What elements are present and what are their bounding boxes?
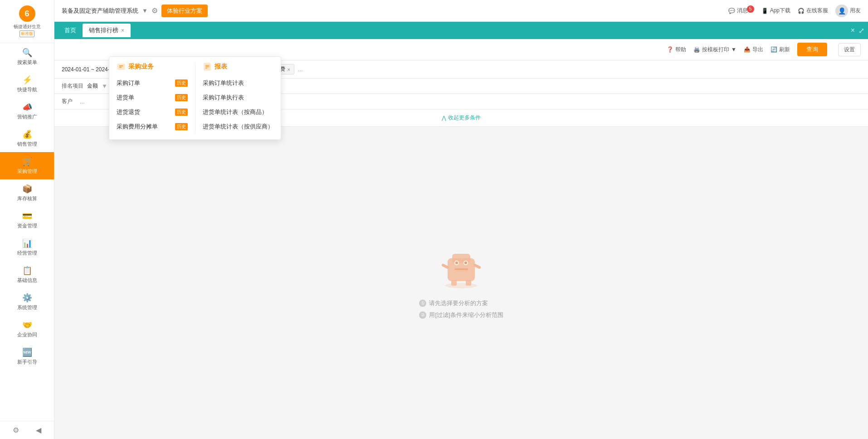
settings-icon[interactable]: ⚙ xyxy=(151,6,158,15)
export-label: 导出 xyxy=(752,46,763,54)
refresh-btn[interactable]: 🔄 刷新 xyxy=(770,46,790,54)
tab-close-icon[interactable]: × xyxy=(121,27,124,34)
sidebar-item-marketing[interactable]: 📣 营销推广 xyxy=(0,98,54,125)
dropdown-item-label-3: 采购费用分摊单 xyxy=(117,123,158,131)
system-icon: ⚙️ xyxy=(22,293,32,303)
sidebar-label-operation: 经营管理 xyxy=(17,250,37,256)
dropdown-item-r1: 采购订单执行表 xyxy=(203,94,244,102)
sidebar-label-finance: 资金管理 xyxy=(17,222,37,229)
help-btn[interactable]: ❓ 帮助 xyxy=(667,46,686,54)
hint-num-1: ① xyxy=(419,300,426,307)
svg-point-0 xyxy=(445,283,477,288)
export-btn[interactable]: 📤 导出 xyxy=(744,46,763,54)
dropdown-item-order-stat[interactable]: 采购订单统计表 xyxy=(201,76,276,90)
sidebar-item-sales[interactable]: 💰 销售管理 xyxy=(0,125,54,152)
dropdown-item-label-2: 进货退货 xyxy=(117,108,140,116)
app-download-btn[interactable]: 📱 App下载 xyxy=(761,7,790,15)
quicknav-icon: ⚡ xyxy=(22,75,32,85)
sidebar-item-basic[interactable]: 📋 基础信息 xyxy=(0,261,54,288)
content-area: ❓ 帮助 🖨️ 按模板打印 ▼ 📤 导出 🔄 刷新 查询 设置 xyxy=(54,39,868,439)
sidebar-item-guide[interactable]: 🆕 新手引导 xyxy=(0,343,54,370)
hint-text-1: 请先选择要分析的方案 xyxy=(429,297,488,309)
dropdown-arrow-icon[interactable]: ▼ xyxy=(142,7,148,14)
sidebar-item-purchase[interactable]: 🛒 采购管理 xyxy=(0,152,54,179)
sidebar-item-finance[interactable]: 💳 资金管理 xyxy=(0,207,54,234)
sidebar-item-operation[interactable]: 📊 经营管理 xyxy=(0,234,54,261)
goods-tag-close[interactable]: × xyxy=(287,67,290,72)
query-button[interactable]: 查询 xyxy=(797,43,827,56)
dropdown-item-expense[interactable]: 采购费用分摊单 历史 xyxy=(115,119,190,134)
sidebar-item-search[interactable]: 🔍 搜索菜单 xyxy=(0,43,54,70)
sidebar: 6 畅捷通好生意 标准版 🔍 搜索菜单 ⚡ 快捷导航 📣 营销推广 💰 销售管理 xyxy=(0,0,54,439)
sidebar-label-search: 搜索菜单 xyxy=(17,59,37,66)
header-actions: 💬 消息 5 📱 App下载 🎧 在线客服 👤 用友 xyxy=(728,5,861,17)
phone-icon: 📱 xyxy=(761,8,768,14)
sidebar-item-quicknav[interactable]: ⚡ 快捷导航 xyxy=(0,70,54,98)
sidebar-label-sales: 销售管理 xyxy=(17,141,37,148)
refresh-icon: 🔄 xyxy=(770,46,777,53)
dropdown-item-inbound-goods[interactable]: 进货单统计表（按商品） xyxy=(201,105,276,119)
ranking-label: 排名项目 xyxy=(62,82,83,90)
sidebar-label-inventory: 库存核算 xyxy=(17,195,37,202)
dropdown-item-inbound[interactable]: 进货单 历史 xyxy=(115,90,190,105)
message-btn[interactable]: 💬 消息 5 xyxy=(728,7,754,15)
sidebar-item-system[interactable]: ⚙️ 系统管理 xyxy=(0,288,54,316)
customer-more[interactable]: ... xyxy=(80,98,85,105)
dropdown-item-order-exec[interactable]: 采购订单执行表 xyxy=(201,90,276,105)
ranking-dropdown-icon[interactable]: ▼ xyxy=(102,83,107,89)
dropdown-item-purchase-order[interactable]: 采购订单 历史 xyxy=(115,76,190,90)
goods-more[interactable]: ... xyxy=(298,66,303,73)
purchase-icon: 🛒 xyxy=(22,157,32,167)
history-badge-3: 历史 xyxy=(175,123,188,130)
tab-bar: 首页 销售排行榜 × × ⤢ xyxy=(54,22,868,39)
sidebar-label-system: 系统管理 xyxy=(17,304,37,311)
dropdown-title-report-label: 报表 xyxy=(215,63,227,71)
svg-rect-7 xyxy=(454,268,468,270)
dropdown-item-inbound-supplier[interactable]: 进货单统计表（按供应商） xyxy=(201,119,276,134)
refresh-label: 刷新 xyxy=(779,46,790,54)
collapse-sidebar-btn[interactable]: ◀ xyxy=(36,426,41,434)
hint-text-2: 用[过滤]条件来缩小分析范围 xyxy=(429,309,503,321)
collapse-btn[interactable]: ⋀ 收起更多条件 xyxy=(442,114,481,122)
svg-line-8 xyxy=(443,265,448,267)
dropdown-item-r0: 采购订单统计表 xyxy=(203,79,244,87)
sidebar-label-marketing: 营销推广 xyxy=(17,113,37,120)
inventory-icon: 📦 xyxy=(22,184,32,194)
window-close-icon[interactable]: × xyxy=(851,26,855,35)
sidebar-item-inventory[interactable]: 📦 库存核算 xyxy=(0,179,54,207)
customer-label: 客户 xyxy=(62,98,73,105)
empty-hints: ① 请先选择要分析的方案 ② 用[过滤]条件来缩小分析范围 xyxy=(419,297,503,321)
collapse-up-icon: ⋀ xyxy=(442,115,446,121)
online-service-btn[interactable]: 🎧 在线客服 xyxy=(798,7,828,15)
sidebar-item-cooperation[interactable]: 🤝 企业协同 xyxy=(0,316,54,343)
user-btn[interactable]: 👤 用友 xyxy=(835,5,861,17)
history-badge-0: 历史 xyxy=(175,79,188,87)
system-title: 装备及固定资产辅助管理系统 xyxy=(62,7,138,15)
settings-footer-btn[interactable]: ⚙ xyxy=(13,426,19,434)
window-expand-icon[interactable]: ⤢ xyxy=(858,26,864,35)
tab-sales-rank[interactable]: 销售排行榜 × xyxy=(83,24,131,37)
template-print-btn[interactable]: 🖨️ 按模板打印 ▼ xyxy=(693,46,736,54)
finance-icon: 💳 xyxy=(22,211,32,221)
message-icon: 💬 xyxy=(728,8,735,14)
main-content: 装备及固定资产辅助管理系统 ▼ ⚙ 体验行业方案 💬 消息 5 📱 App下载 … xyxy=(54,0,868,439)
empty-icon xyxy=(434,245,488,290)
tab-home[interactable]: 首页 xyxy=(58,24,83,37)
basic-icon: 📋 xyxy=(22,266,32,276)
message-label: 消息 xyxy=(737,7,748,15)
logo-text: 畅捷通好生意 xyxy=(14,24,41,30)
tab-sales-rank-label: 销售排行榜 xyxy=(89,26,118,35)
setting-button[interactable]: 设置 xyxy=(838,43,861,56)
dropdown-item-return[interactable]: 进货退货 历史 xyxy=(115,105,190,119)
headset-icon: 🎧 xyxy=(798,8,805,14)
dropdown-col-report: 报表 采购订单统计表 采购订单执行表 进货单统计表（按商品） 进货单统计表（按供… xyxy=(195,62,281,134)
sidebar-footer: ⚙ ◀ xyxy=(0,421,54,439)
tab-home-label: 首页 xyxy=(64,26,76,35)
help-label: 帮助 xyxy=(675,46,686,54)
print-arrow-icon: ▼ xyxy=(731,46,736,53)
dropdown-item-r2: 进货单统计表（按商品） xyxy=(203,108,268,116)
app-download-label: App下载 xyxy=(770,7,790,15)
sidebar-label-basic: 基础信息 xyxy=(17,277,37,284)
export-icon: 📤 xyxy=(744,46,751,53)
industry-btn[interactable]: 体验行业方案 xyxy=(161,5,208,17)
